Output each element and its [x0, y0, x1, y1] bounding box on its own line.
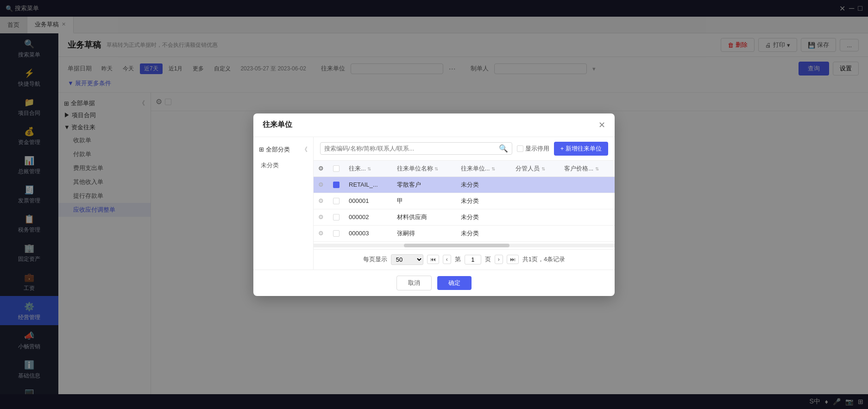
dialog-sidebar-uncategorized[interactable]: 未分类 — [253, 157, 313, 173]
cancel-button[interactable]: 取消 — [396, 276, 432, 290]
dialog-search-icon: 🔍 — [499, 144, 508, 153]
dialog-main: 🔍 显示停用 + 新增往来单位 ⚙ — [314, 137, 615, 270]
dialog-header: 往来单位 ✕ — [253, 113, 615, 137]
sort-code-icon[interactable]: ⇅ — [367, 166, 371, 171]
row-code: RETAIL_... — [344, 176, 392, 193]
dialog-sidebar-header: ⊞ 全部分类 《 — [253, 142, 313, 157]
row-manager — [511, 176, 560, 193]
sort-price-icon[interactable]: ⇅ — [595, 166, 599, 171]
grid-icon-dialog: ⊞ — [259, 146, 264, 153]
page-unit: 页 — [485, 255, 491, 264]
table-row[interactable]: ⚙ 000001 甲 未分类 — [314, 193, 615, 209]
first-page-button[interactable]: ⏮ — [427, 255, 439, 264]
row-name: 甲 — [392, 193, 456, 209]
dialog-search-wrap: 🔍 — [320, 142, 512, 155]
col-category: 往来单位... ⇅ — [456, 161, 511, 177]
last-page-button[interactable]: ⏭ — [507, 255, 519, 264]
row-gear: ⚙ — [314, 176, 328, 193]
row-price — [560, 176, 615, 193]
col-code: 往来... ⇅ — [344, 161, 392, 177]
row-category: 未分类 — [456, 209, 511, 225]
col-manager: 分管人员 ⇅ — [511, 161, 560, 177]
col-name: 往来单位名称 ⇅ — [392, 161, 456, 177]
page-input[interactable] — [465, 255, 481, 264]
row-manager — [511, 193, 560, 209]
row-code: 000001 — [344, 193, 392, 209]
row-cb-2[interactable] — [333, 198, 340, 204]
select-all-cb[interactable] — [333, 165, 340, 172]
sort-manager-icon[interactable]: ⇅ — [541, 166, 545, 171]
row-cb-1[interactable] — [333, 182, 340, 188]
row-cb-4[interactable] — [333, 230, 340, 237]
dialog-scrollbar[interactable] — [314, 244, 615, 247]
row-code: 000003 — [344, 225, 392, 241]
row-checkbox[interactable] — [328, 193, 344, 209]
row-name: 材料供应商 — [392, 209, 456, 225]
row-price — [560, 209, 615, 225]
row-gear: ⚙ — [314, 225, 328, 241]
dialog-search-input[interactable] — [324, 145, 496, 152]
row-category: 未分类 — [456, 193, 511, 209]
next-page-button[interactable]: › — [495, 255, 503, 264]
row-checkbox[interactable] — [328, 176, 344, 193]
dialog-title: 往来单位 — [263, 120, 292, 130]
row-category: 未分类 — [456, 225, 511, 241]
prev-page-button[interactable]: ‹ — [443, 255, 451, 264]
table-row[interactable]: ⚙ 000003 张嗣得 未分类 — [314, 225, 615, 241]
partner-dialog: 往来单位 ✕ ⊞ 全部分类 《 未分类 — [253, 113, 615, 296]
pagination: 每页显示 50 20 100 ⏮ ‹ 第 页 › ⏭ 共1页，4条记录 — [314, 249, 615, 270]
row-category: 未分类 — [456, 176, 511, 193]
row-manager — [511, 225, 560, 241]
row-gear: ⚙ — [314, 193, 328, 209]
row-cb-3[interactable] — [333, 214, 340, 220]
dialog-sidebar-collapse[interactable]: 《 — [302, 145, 308, 154]
row-checkbox[interactable] — [328, 225, 344, 241]
row-code: 000002 — [344, 209, 392, 225]
row-price — [560, 193, 615, 209]
sort-category-icon[interactable]: ⇅ — [491, 166, 495, 171]
page-size-select[interactable]: 50 20 100 — [391, 254, 423, 265]
row-manager — [511, 209, 560, 225]
table-row[interactable]: ⚙ RETAIL_... 零散客户 未分类 — [314, 176, 615, 193]
dialog-close-button[interactable]: ✕ — [598, 120, 605, 130]
row-name: 张嗣得 — [392, 225, 456, 241]
total-records: 共1页，4条记录 — [522, 255, 565, 264]
page-word: 第 — [455, 255, 461, 264]
row-checkbox[interactable] — [328, 209, 344, 225]
sort-name-icon[interactable]: ⇅ — [434, 166, 438, 171]
dialog-table: ⚙ 往来... ⇅ 往来单位名称 ⇅ 往来单位... ⇅ 分管人员 ⇅ 客户价格… — [314, 161, 615, 242]
col-settings-icon[interactable]: ⚙ — [318, 165, 324, 172]
row-price — [560, 225, 615, 241]
modal-overlay: 往来单位 ✕ ⊞ 全部分类 《 未分类 — [0, 0, 868, 409]
col-checkbox — [328, 161, 344, 177]
col-settings: ⚙ — [314, 161, 328, 177]
show-disabled-checkbox[interactable] — [517, 145, 523, 152]
dialog-scrollbar-thumb[interactable] — [404, 244, 509, 247]
uncategorized-label: 未分类 — [261, 162, 279, 169]
per-page-label: 每页显示 — [363, 255, 387, 264]
dialog-body: ⊞ 全部分类 《 未分类 🔍 显示停 — [253, 137, 615, 270]
show-disabled-wrap: 显示停用 — [517, 145, 549, 153]
row-name: 零散客户 — [392, 176, 456, 193]
dialog-footer: 取消 确定 — [253, 270, 615, 296]
confirm-button[interactable]: 确定 — [437, 276, 472, 290]
row-gear: ⚙ — [314, 209, 328, 225]
dialog-sidebar-title: 全部分类 — [266, 145, 290, 154]
table-row[interactable]: ⚙ 000002 材料供应商 未分类 — [314, 209, 615, 225]
show-disabled-label: 显示停用 — [525, 145, 549, 153]
col-price: 客户价格... ⇅ — [560, 161, 615, 177]
dialog-sidebar: ⊞ 全部分类 《 未分类 — [253, 137, 314, 270]
dialog-toolbar: 🔍 显示停用 + 新增往来单位 — [314, 137, 615, 161]
add-partner-button[interactable]: + 新增往来单位 — [554, 142, 608, 156]
